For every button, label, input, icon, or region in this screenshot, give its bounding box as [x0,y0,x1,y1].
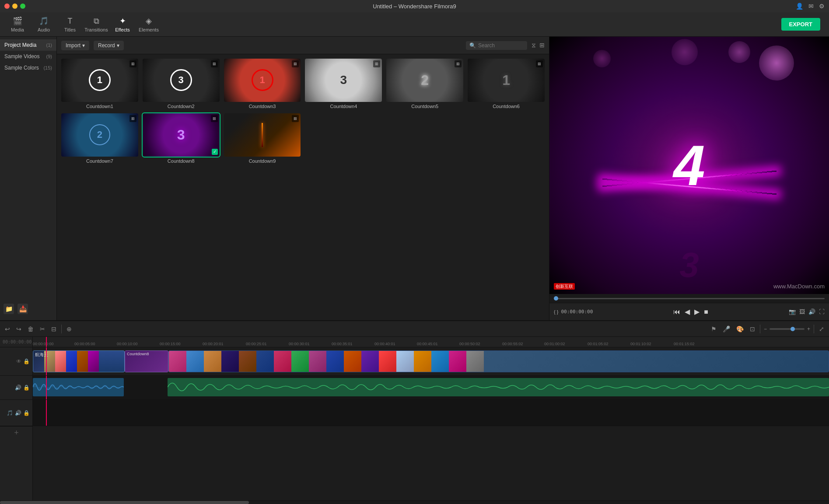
search-input[interactable] [478,42,522,49]
record-dropdown[interactable]: Record ▾ [94,41,124,50]
timeline-scrollbar[interactable] [0,500,829,504]
toolbar-audio[interactable]: 🎵 Audio [31,14,57,35]
pip-tl-icon[interactable]: ⊡ [749,324,756,334]
add-media-button[interactable]: ⊕ [65,324,73,334]
step-back-button[interactable]: ⏮ [673,308,680,316]
music-volume-icon[interactable]: 🔊 [15,410,21,416]
time-40: 00:00:40:01 [374,342,395,346]
volume-icon[interactable]: 🔊 [808,308,815,315]
zoom-handle[interactable] [791,327,795,331]
export-button[interactable]: EXPORT [781,18,820,31]
stop-button[interactable]: ■ [704,308,708,316]
toolbar-elements[interactable]: ◈ Elements [136,14,162,35]
video-clip-anime[interactable] [168,350,829,372]
playhead-audio1 [46,376,47,399]
media-item-countdown1[interactable]: 1 ⊞ Countdown1 [61,59,138,109]
media-item-countdown4[interactable]: 3 ⊞ Countdown4 [305,59,382,109]
snapshot-icon[interactable]: 📷 [789,308,796,315]
sidebar-item-sample-colors[interactable]: Sample Colors (15) [0,62,56,74]
audio-icon: 🎵 [39,16,49,26]
zoom-in-icon[interactable]: + [807,326,810,332]
settings-icon[interactable]: ⚙ [819,3,825,10]
play-back-button[interactable]: ◀ [685,308,690,316]
toolbar-effects[interactable]: ✦ Effects [109,14,136,35]
time-ruler: 00:00:00:00 00:00:05:00 00:00:10:00 00:0… [33,337,829,347]
new-folder-button[interactable]: 📁 [3,304,14,314]
add-track-button[interactable]: + [0,426,33,439]
thumb-icon-cd9: ⊞ [292,115,299,122]
video-clip-countdown8[interactable]: Countdown8 [125,350,168,372]
music-track-label: 🎵 🔊 🔒 [0,400,32,426]
music-lock-icon[interactable]: 🔒 [23,410,30,416]
thumb-icon-cd5: ⊞ [455,60,462,67]
zoom-slider[interactable] [770,328,805,330]
scrubber-handle[interactable] [554,296,558,301]
video-track-label: 👁 🔒 [0,347,32,376]
playhead[interactable] [46,337,47,347]
time-55: 00:00:55:02 [502,342,523,346]
toolbar-media[interactable]: 🎬 Media [4,14,31,35]
account-icon[interactable]: 👤 [796,3,803,10]
scrubber-bar[interactable] [554,298,825,299]
play-button[interactable]: ▶ [694,308,700,316]
undo-button[interactable]: ↩ [3,324,11,334]
countdown3-label: Countdown3 [224,104,301,109]
lock-icon[interactable]: 🔒 [23,358,30,364]
media-item-countdown9[interactable]: ⊞ Countdown9 [224,113,301,164]
media-item-countdown8[interactable]: 3 ⊞ ✓ Countdown8 [143,113,220,164]
sidebar-item-project-media[interactable]: Project Media (1) [0,39,56,51]
countdown1-thumb: 1 ⊞ [61,59,138,102]
pip-icon[interactable]: 🖼 [799,308,805,315]
filter-icon[interactable]: ⧖ [532,42,536,49]
countdown2-thumb: 3 ⊞ [143,59,220,102]
music-track [33,400,829,426]
audio-detach-icon[interactable]: 🎤 [721,324,731,334]
music-icon[interactable]: 🎵 [7,410,13,416]
split-button[interactable]: ⊟ [50,324,58,334]
media-item-countdown6[interactable]: 1 ⊞ Countdown6 [468,59,545,109]
redo-button[interactable]: ↪ [15,324,23,334]
toolbar-titles[interactable]: T Titles [57,14,83,35]
traffic-lights [4,4,25,9]
timeline-toolbar: ↩ ↪ 🗑 ✂ ⊟ ⊕ ⚑ 🎤 🎨 ⊡ − + ⤢ [0,321,829,337]
transitions-icon: ⧉ [94,17,99,26]
track-labels: 00:00:00:00 👁 🔒 🔊 🔒 🎵 🔊 🔒 + [0,337,33,500]
media-item-countdown5[interactable]: 2 ⊞ Countdown5 [386,59,463,109]
preview-scrubber[interactable] [549,294,829,303]
color-match-icon[interactable]: 🎨 [735,324,745,334]
delete-button[interactable]: 🗑 [26,324,35,334]
fit-timeline-button[interactable]: ⤢ [818,324,826,334]
time-45: 00:00:45:01 [417,342,438,346]
fullscreen-icon[interactable]: ⛶ [819,308,825,315]
eye-icon[interactable]: 👁 [16,358,21,364]
sidebar-bottom: 📁 📥 [0,300,56,318]
cut-button[interactable]: ✂ [38,324,46,334]
main-toolbar: 🎬 Media 🎵 Audio T Titles ⧉ Transitions ✦… [0,12,829,37]
preview-timecode: 00:00:00:00 [561,309,593,315]
playhead-music [46,400,47,426]
preview-logo: 创新互联 [554,284,575,290]
toolbar-divider2 [760,325,760,333]
timeline-area: ↩ ↪ 🗑 ✂ ⊟ ⊕ ⚑ 🎤 🎨 ⊡ − + ⤢ 00:00:00:00 [0,320,829,504]
audio-lock-icon[interactable]: 🔒 [23,385,30,391]
media-item-countdown2[interactable]: 3 ⊞ Countdown2 [143,59,220,109]
audio-eye-icon[interactable]: 🔊 [15,385,21,391]
clip-speed-icon[interactable]: ⚑ [710,324,718,334]
import-dropdown[interactable]: Import ▾ [61,41,89,50]
message-icon[interactable]: ✉ [808,3,814,10]
media-item-countdown3[interactable]: 1 ⊞ Countdown3 [224,59,301,109]
media-item-countdown7[interactable]: 2 ⊞ Countdown7 [61,113,138,164]
toolbar-transitions[interactable]: ⧉ Transitions [83,14,109,35]
fullscreen-button[interactable] [20,4,25,9]
grid-icon[interactable]: ⊞ [539,42,545,49]
countdown4-thumb: 3 ⊞ [305,59,382,102]
zoom-out-icon[interactable]: − [764,326,767,332]
close-button[interactable] [4,4,10,9]
scroll-handle[interactable] [0,501,249,504]
import-button-small[interactable]: 📥 [17,304,28,314]
playhead-video [46,347,47,375]
time-20: 00:00:20:01 [203,342,224,346]
effects-label: Effects [115,27,129,32]
sidebar-item-sample-videos[interactable]: Sample Videos (9) [0,51,56,62]
minimize-button[interactable] [12,4,17,9]
